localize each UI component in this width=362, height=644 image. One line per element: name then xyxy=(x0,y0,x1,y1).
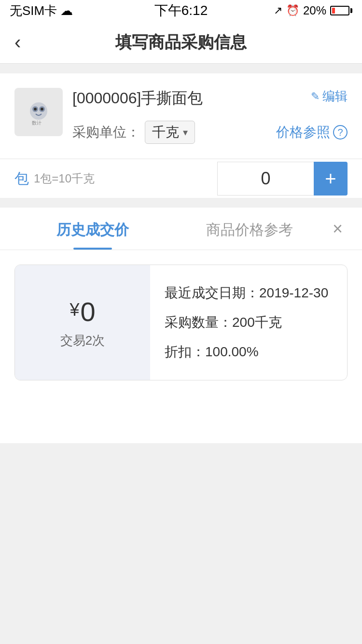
product-unit-row: 采购单位： 千克 ▾ 价格参照 ? xyxy=(72,121,348,144)
status-time: 下午6:12 xyxy=(154,1,208,20)
quantity-unit: 包 xyxy=(14,169,29,189)
nav-bar: ‹ 填写商品采购信息 xyxy=(0,21,362,64)
svg-text:数计: 数计 xyxy=(32,120,42,126)
unit-label: 采购单位： xyxy=(72,123,140,141)
tabs-container: 历史成交价 商品价格参考 × xyxy=(0,208,362,250)
status-left: 无SIM卡 ☁ xyxy=(10,2,73,19)
quantity-plus-button[interactable]: + xyxy=(314,162,348,196)
product-image-icon: 数计 xyxy=(24,98,53,126)
tab-close-button[interactable]: × xyxy=(328,215,348,242)
back-button[interactable]: ‹ xyxy=(14,31,21,53)
signal-text: 无SIM卡 ☁ xyxy=(10,2,73,19)
product-name: [0000006]手撕面包 xyxy=(72,88,203,109)
svg-point-0 xyxy=(30,102,47,120)
discount-row: 折扣：100.00% xyxy=(165,341,333,363)
quantity-input[interactable] xyxy=(217,162,314,196)
product-card: 数计 [0000006]手撕面包 ✎ 编辑 采购单位： 千克 ▾ 价格参照 ? xyxy=(0,73,362,158)
transaction-right: 最近成交日期：2019-12-30 采购数量：200千克 折扣：100.00% xyxy=(150,265,347,380)
product-header: [0000006]手撕面包 ✎ 编辑 xyxy=(72,88,348,109)
edit-button[interactable]: ✎ 编辑 xyxy=(311,88,348,105)
transaction-price: ¥ 0 xyxy=(70,296,95,327)
content-area: ¥ 0 交易2次 最近成交日期：2019-12-30 采购数量：200千克 折扣… xyxy=(0,250,362,443)
transaction-left: ¥ 0 交易2次 xyxy=(15,265,150,380)
quantity-row: 包 1包=10千克 + xyxy=(0,159,362,198)
unit-select[interactable]: 千克 ▾ xyxy=(145,121,195,144)
svg-point-3 xyxy=(34,108,37,111)
transaction-card: ¥ 0 交易2次 最近成交日期：2019-12-30 采购数量：200千克 折扣… xyxy=(14,265,348,380)
page-title: 填写商品采购信息 xyxy=(115,31,247,54)
location-icon: ↗ xyxy=(274,4,282,17)
transaction-count: 交易2次 xyxy=(60,332,105,349)
tab-price-reference[interactable]: 商品价格参考 xyxy=(171,208,327,250)
battery-percent: 20% xyxy=(303,4,326,17)
unit-conversion: 1包=10千克 xyxy=(34,171,95,186)
recent-date-row: 最近成交日期：2019-12-30 xyxy=(165,282,333,304)
battery-icon xyxy=(330,6,352,15)
status-right: ↗ ⏰ 20% xyxy=(274,4,352,17)
price-value: 0 xyxy=(80,296,95,327)
yen-symbol: ¥ xyxy=(70,300,79,320)
tab-history-price[interactable]: 历史成交价 xyxy=(14,208,171,250)
quantity-unit-info: 包 1包=10千克 xyxy=(14,169,95,189)
chevron-down-icon: ▾ xyxy=(183,126,188,138)
status-bar: 无SIM卡 ☁ 下午6:12 ↗ ⏰ 20% xyxy=(0,0,362,21)
purchase-quantity-row: 采购数量：200千克 xyxy=(165,312,333,334)
product-info: [0000006]手撕面包 ✎ 编辑 采购单位： 千克 ▾ 价格参照 ? xyxy=(72,88,348,144)
help-icon: ? xyxy=(333,125,348,140)
price-ref-button[interactable]: 价格参照 ? xyxy=(276,123,348,141)
svg-point-4 xyxy=(41,108,43,111)
edit-icon: ✎ xyxy=(311,90,320,103)
alarm-icon: ⏰ xyxy=(286,4,299,17)
product-thumbnail: 数计 xyxy=(14,88,63,136)
quantity-input-area: + xyxy=(217,162,348,196)
